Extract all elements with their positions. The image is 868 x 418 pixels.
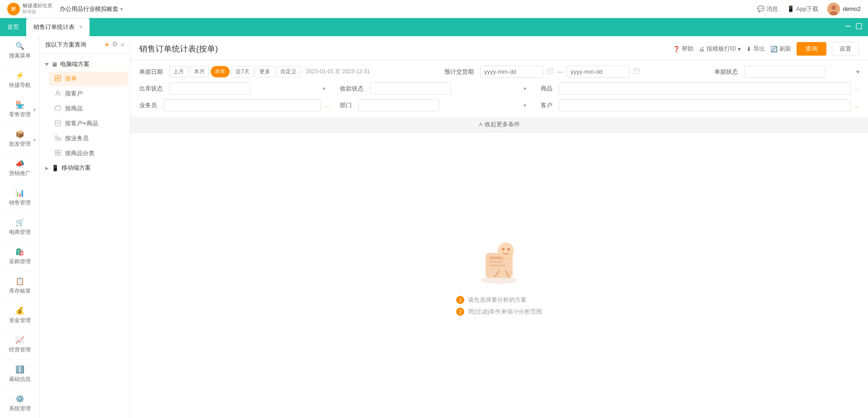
sidebar-system-label: 系统管理 — [9, 405, 31, 413]
sidebar-item-marketing[interactable]: 📣 营销推广 — [0, 154, 39, 183]
date-btn-this-year[interactable]: 本年 — [211, 66, 230, 77]
sidebar-item-operation[interactable]: 📈 经营管理 — [0, 330, 39, 360]
search-btn[interactable]: 查询 — [797, 42, 826, 56]
payment-status-group: 收款状态 — [340, 82, 530, 95]
purchase-icon: 🛍️ — [15, 247, 24, 256]
salesperson-more-icon[interactable]: ... — [325, 102, 329, 109]
bill-status-select-wrapper — [744, 66, 863, 78]
tree-group-pc-label: 电脑端方案 — [60, 60, 90, 68]
date-btn-last-month[interactable]: 上月 — [169, 66, 188, 77]
help-action[interactable]: ❓ 帮助 — [673, 45, 693, 53]
scheme-add-btn[interactable]: + — [105, 41, 109, 49]
sidebar: 🔍 搜索菜单 ⚡ 快捷导航 🏪 零售管理 ▾ 📦 批发管理 ▴ 📣 营销推广 📊… — [0, 36, 40, 418]
operation-icon: 📈 — [15, 336, 24, 344]
tree-group-mobile-icon: 📱 — [52, 165, 59, 171]
tab-maximize-btn[interactable] — [855, 23, 863, 32]
date-btn-this-month[interactable]: 本月 — [190, 66, 209, 77]
department-select[interactable] — [358, 99, 439, 111]
date-btn-custom[interactable]: 自定义 — [276, 66, 301, 77]
scheme-panel-header: 按以下方案查询 + « — [40, 36, 130, 54]
user-area[interactable]: demo2 — [827, 3, 861, 15]
out-status-select[interactable] — [169, 82, 250, 95]
goods-more-icon[interactable]: ... — [854, 86, 859, 92]
date-shortcuts: 上月 本月 本年 近7天 更多 自定义 — [169, 66, 301, 77]
sidebar-item-quick-nav[interactable]: ⚡ 快捷导航 — [0, 66, 39, 95]
bill-status-select[interactable] — [744, 66, 826, 78]
collapse-btn[interactable]: ∧ 收起更多条件 — [478, 120, 520, 128]
salesperson-input[interactable] — [163, 99, 321, 111]
goods-input[interactable] — [559, 82, 851, 95]
filter-section: 单据日期 上月 本月 本年 近7天 更多 自定义 2023-01-01 至 20… — [130, 60, 868, 117]
retail-arrow-icon: ▾ — [33, 107, 36, 112]
sidebar-item-inventory[interactable]: 📋 库存核算 — [0, 271, 39, 301]
sidebar-item-ecommerce[interactable]: 🛒 电商管理 — [0, 213, 39, 242]
sidebar-item-retail[interactable]: 🏪 零售管理 ▾ — [0, 95, 39, 124]
date-btn-last-7[interactable]: 近7天 — [231, 66, 254, 77]
marketing-icon: 📣 — [15, 159, 24, 168]
customer-more-icon[interactable]: ... — [854, 102, 859, 109]
tree-item-by-category[interactable]: 按商品分类 — [49, 146, 128, 161]
svg-rect-4 — [856, 24, 862, 29]
export-label: 导出 — [753, 45, 765, 53]
tree-item-by-order[interactable]: 按单 — [49, 71, 128, 86]
svg-rect-9 — [55, 120, 61, 126]
tab-minimize-btn[interactable] — [844, 23, 852, 32]
scheme-collapse-btn[interactable]: « — [121, 41, 124, 49]
tree-item-by-customer[interactable]: 按客户 — [49, 86, 128, 101]
sidebar-item-search[interactable]: 🔍 搜索菜单 — [0, 36, 39, 66]
tree-group-mobile-header[interactable]: ▶ 📱 移动端方案 — [40, 161, 130, 175]
tree-group-pc-header[interactable]: ▶ 🖥 电脑端方案 — [40, 57, 130, 71]
date-btn-more[interactable]: 更多 — [255, 66, 274, 77]
content-area: 按以下方案查询 + « ▶ 🖥 电脑端方案 — [40, 36, 868, 418]
svg-point-1 — [831, 5, 836, 10]
export-action[interactable]: ⬇ 导出 — [746, 45, 765, 53]
breadcrumb-arrow-icon[interactable]: ▾ — [120, 6, 123, 12]
payment-status-select[interactable] — [370, 82, 451, 95]
export-icon: ⬇ — [746, 46, 751, 52]
tree-item-by-customer-product[interactable]: 按客户+商品 — [49, 116, 128, 131]
tree-group-pc-icon: 🖥 — [52, 61, 57, 68]
sidebar-item-basic-info[interactable]: ℹ️ 基础信息 — [0, 360, 39, 389]
refresh-action[interactable]: 🔄 刷新 — [770, 45, 791, 53]
search-icon: 🔍 — [15, 42, 24, 50]
sidebar-inventory-label: 库存核算 — [9, 287, 31, 295]
sidebar-item-system[interactable]: ⚙️ 系统管理 — [0, 389, 39, 418]
svg-rect-10 — [55, 136, 57, 140]
svg-rect-12 — [59, 138, 61, 140]
scheme-settings-btn[interactable] — [112, 41, 118, 49]
date-filter-group: 单据日期 上月 本月 本年 近7天 更多 自定义 2023-01-01 至 20… — [139, 66, 370, 77]
print-action[interactable]: 🖨 按模板打印 ▾ — [699, 45, 741, 53]
sidebar-basic-info-label: 基础信息 — [9, 375, 31, 383]
tab-active[interactable]: 销售订单统计表 × — [26, 18, 90, 36]
salesperson-label: 业务员 — [139, 101, 160, 109]
sidebar-item-sales[interactable]: 📊 销售管理 — [0, 183, 39, 213]
wholesale-arrow-icon: ▴ — [33, 137, 36, 142]
tree-item-by-product[interactable]: 按商品 — [49, 101, 128, 116]
customer-input[interactable] — [559, 99, 851, 111]
tree-group-mobile-label: 移动端方案 — [61, 164, 91, 172]
hint-num-1: 1 — [456, 296, 464, 304]
tab-home[interactable]: 首页 — [0, 18, 26, 36]
tree-item-by-salesperson[interactable]: 按业务员 — [49, 131, 128, 146]
scheme-panel: 按以下方案查询 + « ▶ 🖥 电脑端方案 — [40, 36, 130, 418]
sidebar-item-wholesale[interactable]: 📦 批发管理 ▴ — [0, 124, 39, 154]
expected-date-end[interactable] — [566, 66, 630, 78]
date-label: 单据日期 — [139, 68, 165, 76]
settings-btn[interactable]: 设置 — [832, 42, 859, 56]
sidebar-item-purchase[interactable]: 🛍️ 采购管理 — [0, 242, 39, 271]
tree-group-mobile: ▶ 📱 移动端方案 — [40, 161, 130, 175]
breadcrumb: 办公用品行业模拟账套 ▾ — [60, 5, 123, 13]
svg-rect-11 — [57, 137, 59, 140]
expected-date-start[interactable] — [480, 66, 543, 78]
retail-icon: 🏪 — [15, 100, 24, 109]
svg-point-7 — [57, 91, 59, 94]
tab-close-btn[interactable]: × — [79, 24, 82, 30]
expected-date-group: 预计交货期 — — [444, 66, 640, 78]
svg-rect-23 — [489, 265, 505, 266]
sidebar-wholesale-label: 批发管理 — [9, 140, 31, 148]
app-download-action[interactable]: 📱 App下载 — [787, 5, 818, 13]
sidebar-retail-label: 零售管理 — [9, 111, 31, 119]
message-action[interactable]: 💬 消息 — [757, 5, 778, 13]
sidebar-item-finance[interactable]: 💰 资金管理 — [0, 301, 39, 330]
collapse-bar: ∧ 收起更多条件 — [130, 117, 868, 133]
